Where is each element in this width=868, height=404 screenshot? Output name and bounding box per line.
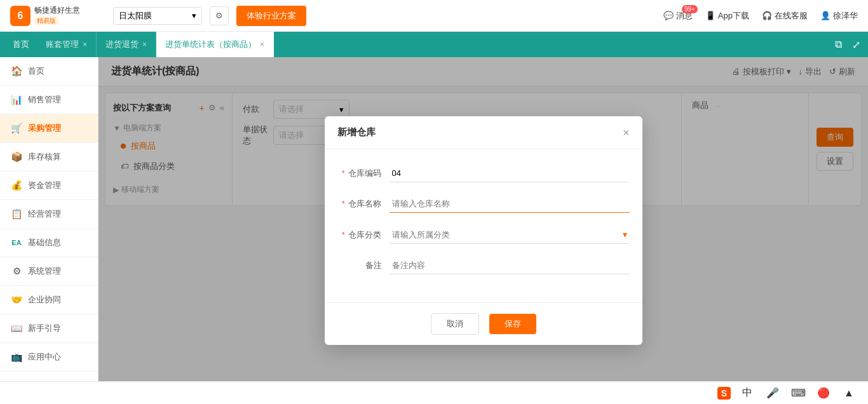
zh-icon[interactable]: 中	[738, 384, 756, 402]
save-button[interactable]: 保存	[489, 314, 536, 334]
tab-close-purchase-return[interactable]: ×	[142, 40, 147, 49]
modal-body: * 仓库编码 * 仓库名称	[325, 149, 642, 302]
main-layout: 🏠 首页 📊 销售管理 🛒 采购管理 📦 库存核算 💰 资金管理 📋 经营管理 …	[0, 57, 868, 404]
phone-icon: 📱	[705, 11, 715, 20]
form-row-code: * 仓库编码	[337, 165, 630, 182]
form-row-category: * 仓库分类 ▾	[337, 226, 630, 244]
store-selector[interactable]: 日太阳膜 ▾	[113, 7, 202, 25]
enterprise-icon: 🤝	[10, 293, 23, 306]
sidebar-label-system: 系统管理	[28, 266, 61, 277]
sidebar-label-sales: 销售管理	[28, 94, 61, 105]
header-right: 💬 消息 99+ 📱 App下载 🎧 在线客服 👤 徐泽华	[663, 10, 858, 22]
tab-label-purchase-stats: 进货单统计表（按商品）	[165, 39, 256, 50]
sidebar-label-home: 首页	[28, 65, 44, 77]
sidebar-item-basic-info[interactable]: EA 基础信息	[0, 229, 98, 257]
name-required: *	[342, 199, 345, 208]
cancel-button[interactable]: 取消	[431, 313, 479, 335]
sidebar-label-purchase: 采购管理	[28, 123, 61, 134]
trial-button[interactable]: 体验行业方案	[236, 6, 306, 26]
category-form-label: * 仓库分类	[337, 229, 382, 241]
content-area: 进货单统计(按商品) 🖨 按模板打印 ▾ ↓ 导出 ↺ 刷新	[98, 57, 868, 404]
modal-title: 新增仓库	[337, 126, 376, 138]
inventory-icon: 📦	[10, 151, 23, 163]
mic-icon[interactable]: 🎤	[764, 384, 782, 402]
tab-label-accounts: 账套管理	[46, 39, 79, 50]
online-service-button[interactable]: 🎧 在线客服	[762, 10, 808, 22]
tab-close-accounts[interactable]: ×	[83, 40, 87, 49]
s-logo: S	[717, 387, 731, 400]
modal: 新增仓库 × * 仓库编码 *	[325, 116, 642, 345]
form-row-name: * 仓库名称	[337, 195, 630, 213]
bottom-bar: S 中 🎤 ⌨ 🔴 ▲	[0, 381, 868, 404]
category-select-input[interactable]	[392, 230, 623, 239]
sidebar-label-finance: 资金管理	[28, 180, 61, 191]
tab-restore-icon[interactable]: ⧉	[832, 36, 844, 53]
tab-close-purchase-stats[interactable]: ×	[260, 40, 264, 49]
sidebar-label-guide: 新手引导	[28, 323, 61, 334]
sidebar-label-operations: 经营管理	[28, 208, 61, 220]
app-label: App下载	[718, 10, 749, 22]
indicator-red: 🔴	[815, 384, 832, 402]
tab-accounts[interactable]: 账套管理 ×	[37, 32, 97, 57]
headset-icon: 🎧	[762, 11, 772, 20]
name-label: * 仓库名称	[337, 198, 382, 210]
sidebar-item-inventory[interactable]: 📦 库存核算	[0, 143, 98, 172]
user-info[interactable]: 👤 徐泽华	[820, 10, 858, 22]
sidebar-item-finance[interactable]: 💰 资金管理	[0, 172, 98, 200]
overlay[interactable]: 新增仓库 × * 仓库编码 *	[98, 57, 868, 404]
avatar-icon: 👤	[820, 11, 831, 20]
app-download-button[interactable]: 📱 App下载	[705, 10, 749, 22]
sidebar-item-home[interactable]: 🏠 首页	[0, 57, 98, 86]
home-icon: 🏠	[10, 65, 23, 77]
basic-info-icon: EA	[10, 236, 23, 249]
message-icon: 💬	[663, 11, 674, 20]
purchase-icon: 🛒	[10, 122, 23, 135]
sidebar-label-enterprise: 企业协同	[28, 294, 61, 306]
tab-label-purchase-return: 进货退货	[105, 39, 139, 50]
sidebar-item-enterprise[interactable]: 🤝 企业协同	[0, 286, 98, 314]
messages-button[interactable]: 💬 消息 99+	[663, 10, 693, 22]
sidebar: 🏠 首页 📊 销售管理 🛒 采购管理 📦 库存核算 💰 资金管理 📋 经营管理 …	[0, 57, 98, 404]
warehouse-code-input[interactable]	[390, 165, 630, 182]
form-row-remark: 备注	[337, 257, 630, 274]
tab-fullscreen-icon[interactable]: ⤢	[850, 36, 863, 53]
remark-input[interactable]	[390, 257, 630, 274]
logo-area: 6 畅捷通好生意 精易版	[10, 6, 105, 26]
system-icon: ⚙	[10, 265, 23, 278]
sales-icon: 📊	[10, 93, 23, 106]
tab-actions: ⧉ ⤢	[832, 36, 863, 53]
code-required: *	[342, 168, 345, 178]
logo-text-wrap: 畅捷通好生意 精易版	[34, 6, 80, 26]
gear-button[interactable]: ⚙	[210, 6, 229, 25]
warehouse-name-input[interactable]	[390, 195, 630, 213]
sidebar-item-sales[interactable]: 📊 销售管理	[0, 86, 98, 114]
chevron-up-icon[interactable]: ▲	[840, 384, 858, 402]
tab-bar: 首页 账套管理 × 进货退货 × 进货单统计表（按商品） × ⧉ ⤢	[0, 32, 868, 57]
sidebar-item-guide[interactable]: 📖 新手引导	[0, 314, 98, 343]
tab-purchase-stats[interactable]: 进货单统计表（按商品） ×	[156, 32, 274, 57]
operations-icon: 📋	[10, 208, 23, 220]
category-select-wrap[interactable]: ▾	[390, 226, 630, 244]
user-name: 徐泽华	[833, 10, 858, 22]
tab-home[interactable]: 首页	[5, 39, 37, 50]
tab-purchase-return[interactable]: 进货退货 ×	[97, 32, 156, 57]
modal-header: 新增仓库 ×	[325, 116, 642, 149]
code-label: * 仓库编码	[337, 168, 382, 179]
finance-icon: 💰	[10, 179, 23, 192]
top-header: 6 畅捷通好生意 精易版 日太阳膜 ▾ ⚙ 体验行业方案 💬 消息 99+ 📱 …	[0, 0, 868, 32]
logo-edition: 精易版	[34, 17, 58, 25]
keyboard-icon[interactable]: ⌨	[789, 384, 807, 402]
category-arrow-icon: ▾	[623, 229, 627, 239]
sidebar-label-inventory: 库存核算	[28, 151, 61, 163]
sidebar-item-app-center[interactable]: 📺 应用中心	[0, 343, 98, 372]
modal-footer: 取消 保存	[325, 302, 642, 345]
service-label: 在线客服	[775, 10, 808, 22]
app-center-icon: 📺	[10, 351, 23, 363]
dropdown-arrow-icon: ▾	[192, 11, 196, 20]
sidebar-item-operations[interactable]: 📋 经营管理	[0, 200, 98, 229]
logo-icon: 6	[10, 6, 31, 26]
guide-icon: 📖	[10, 322, 23, 335]
sidebar-item-purchase[interactable]: 🛒 采购管理	[0, 114, 98, 143]
modal-close-button[interactable]: ×	[623, 127, 630, 138]
sidebar-item-system[interactable]: ⚙ 系统管理	[0, 257, 98, 286]
